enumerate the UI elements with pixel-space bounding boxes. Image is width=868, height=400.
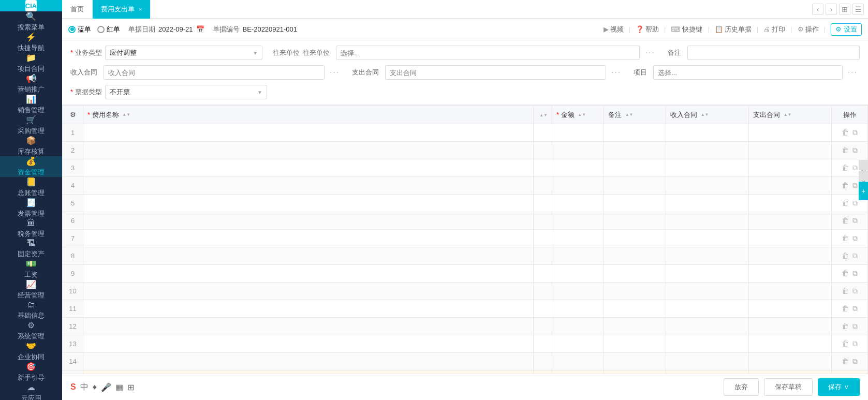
- expense-contract-sort[interactable]: ▲▼: [784, 113, 792, 116]
- income-contract-cell-14[interactable]: [666, 353, 749, 371]
- copy-icon-10[interactable]: ⧉: [852, 287, 858, 295]
- note-cell-7[interactable]: [604, 230, 666, 247]
- tab-home[interactable]: 首页: [62, 0, 93, 19]
- delete-icon-6[interactable]: 🗑: [842, 216, 849, 225]
- sidebar-item-system[interactable]: ⚙ 系统管理: [0, 320, 62, 341]
- income-contract-sort[interactable]: ▲▼: [701, 113, 709, 116]
- sort-sort[interactable]: ▲▼: [539, 114, 548, 117]
- note-cell-8[interactable]: [604, 247, 666, 265]
- project-input[interactable]: [653, 65, 842, 80]
- income-contract-cell-2[interactable]: [666, 142, 749, 159]
- expense-contract-cell-2[interactable]: [749, 142, 832, 159]
- expense-contract-cell-8[interactable]: [749, 247, 832, 265]
- income-contract-cell-6[interactable]: [666, 212, 749, 230]
- expense-contract-cell-3[interactable]: [749, 159, 832, 177]
- amount-cell-11[interactable]: [552, 300, 604, 318]
- project-more-icon[interactable]: ···: [846, 68, 860, 77]
- expense-name-cell-13[interactable]: [83, 335, 534, 353]
- right-float-attach[interactable]: 附: [859, 160, 868, 170]
- expense-contract-cell-7[interactable]: [749, 230, 832, 247]
- brand-icon-diamond[interactable]: ♦: [93, 382, 97, 392]
- copy-icon-3[interactable]: ⧉: [852, 164, 858, 172]
- save-draft-button[interactable]: 保存草稿: [764, 378, 813, 396]
- note-cell-12[interactable]: [604, 318, 666, 335]
- print-button[interactable]: 🖨 打印: [763, 25, 785, 34]
- amount-cell-12[interactable]: [552, 318, 604, 335]
- expense-name-cell-1[interactable]: [83, 124, 534, 142]
- amount-cell-5[interactable]: [552, 195, 604, 212]
- expense-name-cell-12[interactable]: [83, 318, 534, 335]
- delete-icon-1[interactable]: 🗑: [842, 128, 849, 137]
- calendar-icon[interactable]: 📅: [196, 25, 204, 33]
- copy-icon-5[interactable]: ⧉: [852, 199, 858, 207]
- tab-expense[interactable]: 费用支出单 ×: [93, 0, 151, 19]
- delete-icon-3[interactable]: 🗑: [842, 164, 849, 172]
- delete-icon-7[interactable]: 🗑: [842, 234, 849, 242]
- sidebar-item-cloud[interactable]: ☁ 云应用: [0, 382, 62, 400]
- sidebar-item-search[interactable]: 🔍 搜索菜单: [0, 11, 62, 32]
- save-button[interactable]: 保存 ∨: [818, 378, 860, 396]
- radio-red[interactable]: 红单: [97, 25, 120, 34]
- delete-icon-14[interactable]: 🗑: [842, 357, 849, 365]
- set-button[interactable]: ⚙ 设置: [831, 23, 862, 36]
- income-contract-cell-1[interactable]: [666, 124, 749, 142]
- sidebar-item-quicknav[interactable]: ⚡ 快捷导航: [0, 32, 62, 53]
- note-cell-3[interactable]: [604, 159, 666, 177]
- sidebar-item-project[interactable]: 📁 项目合同: [0, 53, 62, 73]
- tab-grid-button[interactable]: ⊞: [839, 4, 850, 15]
- amount-cell-2[interactable]: [552, 142, 604, 159]
- note-cell-1[interactable]: [604, 124, 666, 142]
- amount-cell-7[interactable]: [552, 230, 604, 247]
- history-button[interactable]: 📋 历史单据: [715, 25, 752, 34]
- amount-cell-10[interactable]: [552, 283, 604, 300]
- delete-icon-11[interactable]: 🗑: [842, 304, 849, 313]
- copy-icon-7[interactable]: ⧉: [852, 234, 858, 242]
- income-contract-cell-9[interactable]: [666, 265, 749, 283]
- copy-icon-12[interactable]: ⧉: [852, 322, 858, 330]
- invoice-type-select[interactable]: 不开票 ▼: [105, 85, 267, 99]
- income-contract-cell-10[interactable]: [666, 283, 749, 300]
- amount-sort[interactable]: ▲▼: [578, 113, 586, 116]
- note-cell-14[interactable]: [604, 353, 666, 371]
- note-cell-2[interactable]: [604, 142, 666, 159]
- payee-input[interactable]: [336, 46, 640, 60]
- sidebar-item-ops[interactable]: 📈 经营管理: [0, 279, 62, 300]
- expense-name-cell-9[interactable]: [83, 265, 534, 283]
- copy-icon-2[interactable]: ⧉: [852, 146, 858, 154]
- sidebar-item-asset[interactable]: 🏗 固定资产: [0, 239, 62, 259]
- amount-cell-9[interactable]: [552, 265, 604, 283]
- brand-icon-zhong[interactable]: 中: [80, 382, 89, 393]
- income-contract-cell-4[interactable]: [666, 177, 749, 195]
- sidebar-item-marketing[interactable]: 📢 营销推广: [0, 73, 62, 94]
- tab-prev-button[interactable]: ‹: [812, 4, 823, 15]
- delete-icon-5[interactable]: 🗑: [842, 199, 849, 207]
- copy-icon-9[interactable]: ⧉: [852, 269, 858, 277]
- tab-next-button[interactable]: ›: [826, 4, 837, 15]
- sidebar-item-ledger[interactable]: 📒 总账管理: [0, 177, 62, 198]
- copy-icon-13[interactable]: ⧉: [852, 339, 858, 348]
- sidebar-item-invoice[interactable]: 🧾 发票管理: [0, 198, 62, 218]
- right-float-add[interactable]: +: [859, 182, 868, 200]
- copy-icon-11[interactable]: ⧉: [852, 304, 858, 313]
- amount-cell-13[interactable]: [552, 335, 604, 353]
- expense-name-cell-14[interactable]: [83, 353, 534, 371]
- note-cell-6[interactable]: [604, 212, 666, 230]
- shortcut-button[interactable]: ⌨ 快捷键: [671, 25, 702, 34]
- note-cell-4[interactable]: [604, 177, 666, 195]
- sidebar-item-coop[interactable]: 🤝 企业协同: [0, 341, 62, 362]
- note-cell-9[interactable]: [604, 265, 666, 283]
- expense-contract-input[interactable]: [385, 65, 606, 80]
- delete-icon-13[interactable]: 🗑: [842, 339, 849, 348]
- expense-contract-cell-5[interactable]: [749, 195, 832, 212]
- copy-icon-1[interactable]: ⧉: [852, 128, 858, 137]
- biz-type-select[interactable]: 应付调整 ▼: [105, 46, 263, 60]
- delete-icon-10[interactable]: 🗑: [842, 287, 849, 295]
- expense-name-cell-10[interactable]: [83, 283, 534, 300]
- copy-icon-6[interactable]: ⧉: [852, 216, 858, 225]
- sidebar-item-salary[interactable]: 💵 工资: [0, 259, 62, 279]
- expense-name-cell-8[interactable]: [83, 247, 534, 265]
- radio-blue[interactable]: 蓝单: [68, 25, 91, 34]
- sidebar-item-sales[interactable]: 📊 销售管理: [0, 94, 62, 115]
- discard-button[interactable]: 放弃: [724, 378, 759, 396]
- expense-name-sort[interactable]: ▲▼: [122, 113, 130, 116]
